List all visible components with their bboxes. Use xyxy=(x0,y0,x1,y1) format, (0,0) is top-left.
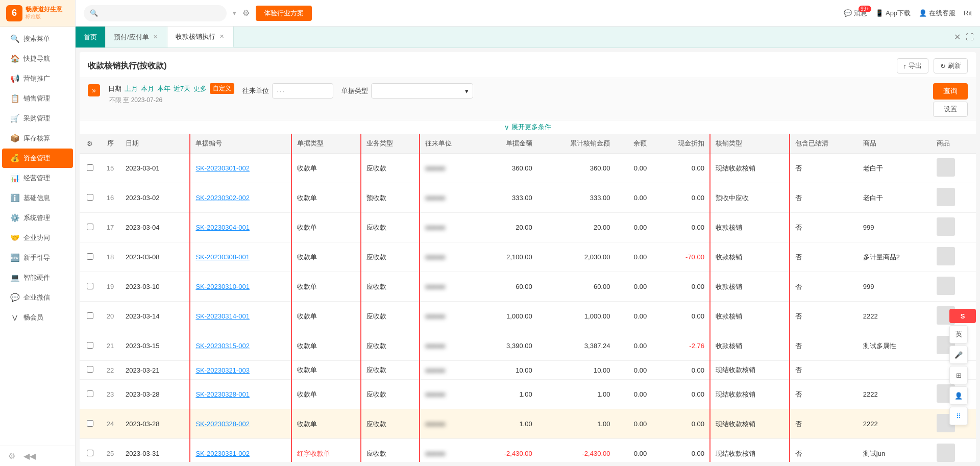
row-checkbox[interactable] xyxy=(87,194,93,201)
sidebar-item-purchase[interactable]: 🛒采购管理 xyxy=(2,109,73,128)
col-checkbox[interactable] xyxy=(80,380,100,409)
row-checkbox[interactable] xyxy=(87,366,93,373)
row-verify-type: 收款核销 xyxy=(710,331,790,361)
filter-doctype-select[interactable]: ▾ xyxy=(371,83,473,99)
col-checkbox[interactable] xyxy=(80,302,100,331)
export-button[interactable]: ↑ 导出 xyxy=(897,58,929,73)
row-date: 2023-03-08 xyxy=(120,242,190,272)
col-checkbox[interactable] xyxy=(80,272,100,302)
settings-button[interactable]: 设置 xyxy=(933,102,968,117)
col-checkbox[interactable] xyxy=(80,331,100,361)
settings-icon[interactable]: ⚙ xyxy=(8,451,15,461)
sidebar-item-quicknav[interactable]: 🏠快捷导航 xyxy=(2,49,73,68)
sidebar-item-system[interactable]: ⚙️系统管理 xyxy=(2,208,73,228)
query-button[interactable]: 查询 xyxy=(933,83,968,100)
online-service-button[interactable]: 👤 在线客服 xyxy=(919,9,955,18)
row-checkbox[interactable] xyxy=(87,420,93,427)
row-checkbox[interactable] xyxy=(87,342,93,349)
row-checkbox[interactable] xyxy=(87,253,93,260)
sidebar-item-operation[interactable]: 📊经营管理 xyxy=(2,168,73,188)
tab-expand-icon[interactable]: ⛶ xyxy=(966,33,974,42)
filter-last-month[interactable]: 上月 xyxy=(125,84,138,93)
row-doc-no-link[interactable]: SK-20230302-002 xyxy=(195,194,250,202)
col-checkbox[interactable] xyxy=(80,439,100,462)
float-more-icon[interactable]: ⠿ xyxy=(949,407,968,425)
sidebar-item-wechat[interactable]: 💬企业微信 xyxy=(2,288,73,307)
float-translate-icon[interactable]: 英 xyxy=(949,325,968,344)
topbar-search[interactable]: 🔍 xyxy=(84,5,227,21)
row-doc-no-link[interactable]: SK-20230308-001 xyxy=(195,253,250,261)
row-checkbox[interactable] xyxy=(87,450,93,456)
float-user-icon[interactable]: 👤 xyxy=(949,386,968,405)
filter-expand-button[interactable]: » xyxy=(88,84,100,96)
row-doc-no-link[interactable]: SK-20230304-001 xyxy=(195,224,250,231)
message-button[interactable]: 💬 消息 99+ xyxy=(844,9,867,18)
col-checkbox[interactable] xyxy=(80,361,100,380)
tab-home[interactable]: 首页 xyxy=(76,27,106,47)
float-grid-icon[interactable]: ⊞ xyxy=(949,366,968,384)
row-doc-type: 收款单 xyxy=(291,380,361,409)
col-checkbox[interactable] xyxy=(80,213,100,242)
sidebar-item-inventory[interactable]: 📦库存核算 xyxy=(2,129,73,148)
col-checkbox[interactable] xyxy=(80,183,100,213)
filter-last-7days[interactable]: 近7天 xyxy=(174,84,190,93)
sidebar-label-purchase: 采购管理 xyxy=(23,114,50,123)
tab-advance-payment[interactable]: 预付/应付单 ✕ xyxy=(106,27,167,47)
row-checkbox[interactable] xyxy=(87,164,93,171)
sidebar-item-marketing[interactable]: 📢营销推广 xyxy=(2,69,73,88)
tab-close-all-icon[interactable]: ✕ xyxy=(954,32,961,42)
collapse-icon[interactable]: ◀◀ xyxy=(23,451,36,461)
filter-this-year[interactable]: 本年 xyxy=(157,84,170,93)
sidebar-label-system: 系统管理 xyxy=(23,213,50,223)
float-s-icon[interactable]: S xyxy=(949,309,976,323)
row-checkbox[interactable] xyxy=(87,390,93,397)
filter-doctype-group: 单据类型 ▾ xyxy=(341,83,473,99)
topbar-gear-icon[interactable]: ⚙ xyxy=(242,8,250,18)
filter-this-month[interactable]: 本月 xyxy=(141,84,154,93)
row-num: 19 xyxy=(100,272,120,302)
filter-custom-date-button[interactable]: 自定义 xyxy=(210,83,234,94)
filter-counterparty-group: 往来单位 ··· xyxy=(242,83,333,99)
app-download-button[interactable]: 📱 App下载 xyxy=(875,9,911,18)
row-doc-no-link[interactable]: SK-20230301-002 xyxy=(195,164,250,172)
col-gear[interactable]: ⚙ xyxy=(80,134,100,154)
row-counterparty-value: ●●●●● xyxy=(425,164,445,172)
filter-more-conditions[interactable]: ∨ 展开更多条件 xyxy=(80,120,976,134)
tab-receipt-verify[interactable]: 收款核销执行 ✕ xyxy=(167,27,234,47)
col-checkbox[interactable] xyxy=(80,154,100,183)
col-checkbox[interactable] xyxy=(80,242,100,272)
tab-advance-payment-close[interactable]: ✕ xyxy=(152,33,159,41)
sidebar-item-finance[interactable]: 💰资金管理 xyxy=(2,149,73,168)
row-checkbox[interactable] xyxy=(87,312,93,319)
filter-counterparty-select[interactable]: ··· xyxy=(272,83,333,99)
sidebar-item-enterprise[interactable]: 🤝企业协同 xyxy=(2,228,73,248)
row-doc-no-link[interactable]: SK-20230310-001 xyxy=(195,283,250,290)
col-checkbox[interactable] xyxy=(80,409,100,439)
row-doc-no-link[interactable]: SK-20230328-001 xyxy=(195,390,250,398)
row-doc-no-link[interactable]: SK-20230315-002 xyxy=(195,342,250,350)
sidebar-item-hardware[interactable]: 💻智能硬件 xyxy=(2,268,73,287)
user-avatar[interactable]: Rit xyxy=(964,9,972,17)
row-doc-no-link[interactable]: SK-20230328-002 xyxy=(195,420,250,428)
topbar-dropdown-icon[interactable]: ▾ xyxy=(233,9,236,17)
row-counterparty-value: ●●●●● xyxy=(425,194,445,202)
row-doc-no-link[interactable]: SK-20230321-003 xyxy=(195,366,250,374)
sidebar-item-basic[interactable]: ℹ️基础信息 xyxy=(2,188,73,208)
row-doc-no-link[interactable]: SK-20230314-001 xyxy=(195,312,250,320)
sidebar-item-member[interactable]: V畅会员 xyxy=(2,308,73,327)
refresh-button[interactable]: ↻ 刷新 xyxy=(934,58,968,73)
sidebar-label-wechat: 企业微信 xyxy=(23,293,50,302)
filter-more-dates[interactable]: 更多 xyxy=(193,84,207,93)
sidebar-item-guide[interactable]: 🆕新手引导 xyxy=(2,248,73,267)
float-mic-icon[interactable]: 🎤 xyxy=(949,346,968,364)
sidebar-item-sales[interactable]: 📋销售管理 xyxy=(2,89,73,108)
tab-receipt-verify-close[interactable]: ✕ xyxy=(218,33,225,40)
row-product-img xyxy=(932,213,976,242)
sidebar-item-search[interactable]: 🔍搜索菜单 xyxy=(2,29,73,48)
industry-solution-button[interactable]: 体验行业方案 xyxy=(256,6,312,21)
row-checkbox[interactable] xyxy=(87,224,93,230)
row-cash-discount: 0.00 xyxy=(652,409,710,439)
row-amount: 333.00 xyxy=(478,183,537,213)
row-doc-no-link[interactable]: SK-20230331-002 xyxy=(195,450,250,457)
row-checkbox[interactable] xyxy=(87,283,93,289)
